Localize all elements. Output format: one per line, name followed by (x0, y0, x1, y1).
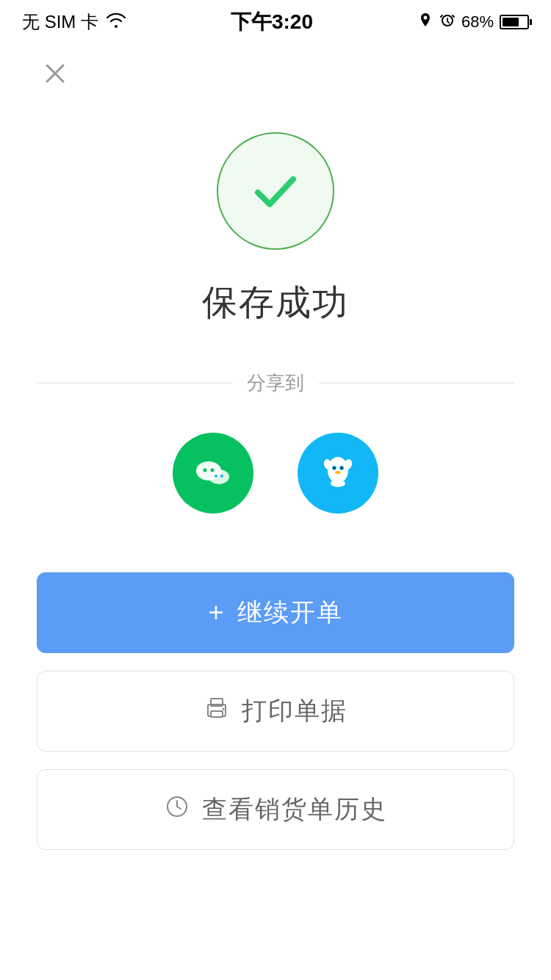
alarm-icon (439, 12, 455, 32)
wifi-icon (106, 12, 126, 32)
printer-icon (204, 695, 230, 727)
battery-percentage: 68% (461, 12, 494, 32)
sim-status: 无 SIM 卡 (22, 10, 98, 34)
svg-point-11 (331, 480, 345, 487)
qq-share-button[interactable] (298, 433, 378, 514)
svg-point-0 (423, 16, 427, 20)
svg-point-16 (335, 471, 341, 474)
wechat-logo-icon (190, 450, 237, 497)
svg-point-10 (328, 457, 348, 483)
history-button[interactable]: 查看销货单历史 (37, 769, 514, 850)
share-label: 分享到 (247, 370, 304, 396)
qq-logo-icon (314, 450, 361, 497)
success-circle (217, 132, 334, 250)
share-divider: 分享到 (37, 370, 514, 396)
svg-point-6 (204, 469, 207, 472)
svg-point-22 (223, 708, 225, 710)
continue-order-button[interactable]: + 继续开单 (37, 572, 514, 653)
plus-icon: + (208, 597, 225, 628)
status-left: 无 SIM 卡 (22, 10, 126, 34)
share-icons-container (173, 433, 378, 514)
svg-point-14 (334, 467, 336, 469)
main-content: 保存成功 分享到 (0, 44, 551, 850)
status-bar: 无 SIM 卡 下午3:20 68% (0, 0, 551, 44)
close-button[interactable] (37, 55, 73, 92)
divider-left (37, 383, 232, 383)
location-icon (417, 12, 433, 32)
battery-icon (500, 15, 529, 29)
checkmark-icon (246, 162, 305, 220)
svg-point-8 (215, 475, 217, 478)
status-right: 68% (417, 12, 529, 32)
status-time: 下午3:20 (231, 8, 313, 36)
history-icon (164, 793, 190, 826)
success-title: 保存成功 (202, 279, 349, 326)
svg-point-9 (220, 475, 223, 478)
svg-point-7 (211, 469, 215, 472)
history-label: 查看销货单历史 (202, 793, 387, 826)
print-button[interactable]: 打印单据 (37, 671, 514, 752)
svg-point-15 (341, 467, 343, 469)
svg-rect-21 (211, 711, 223, 717)
divider-right (319, 383, 514, 383)
print-label: 打印单据 (242, 694, 347, 728)
continue-order-label: 继续开单 (237, 596, 343, 630)
action-buttons: + 继续开单 打印单据 查看销货单历史 (37, 572, 514, 850)
wechat-share-button[interactable] (173, 433, 253, 514)
